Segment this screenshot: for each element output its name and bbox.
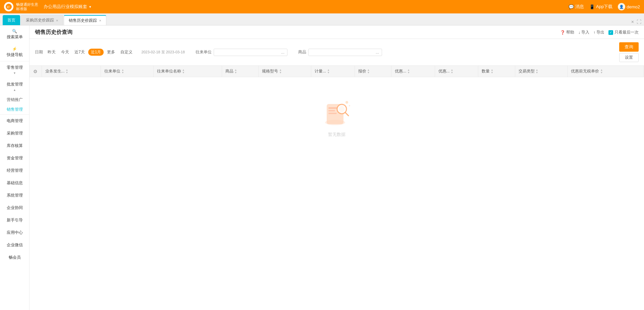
- sidebar-item-appcenter[interactable]: 应用中心: [0, 226, 29, 239]
- setting-button[interactable]: 设置: [619, 53, 639, 62]
- date-filter-label: 日期: [35, 49, 43, 55]
- main-layout: 🔍 搜索菜单 ⚡ 快捷导航 零售管理 ▾ 批发管理 ▴ 营销推广 销售管理 电商…: [0, 25, 644, 310]
- svg-point-8: [339, 106, 345, 112]
- gear-icon[interactable]: ⚙: [33, 69, 38, 74]
- table-area: ⚙ 业务发生... ▲▼ 往来单位 ▲▼: [30, 66, 644, 310]
- message-btn[interactable]: 💬 消息: [569, 4, 584, 10]
- wholesale-arrow: ▴: [14, 88, 15, 92]
- table-header: ⚙ 业务发生... ▲▼ 往来单位 ▲▼: [30, 66, 644, 77]
- app-title: 办公用品行业模拟账套: [44, 4, 87, 10]
- sidebar-item-ecommerce[interactable]: 电商管理: [0, 114, 29, 127]
- tab-purchase-close[interactable]: ×: [56, 18, 58, 22]
- sort-arrows-discount1: ▲▼: [407, 69, 410, 74]
- goods-label: 商品: [298, 49, 306, 55]
- empty-state: 暂无数据: [30, 77, 644, 158]
- sidebar-item-basic[interactable]: 基础信息: [0, 177, 29, 189]
- tab-sales-history[interactable]: 销售历史价跟踪 ×: [64, 15, 106, 25]
- tab-sales-close[interactable]: ×: [99, 18, 101, 22]
- filter-action-buttons: 查询 设置: [619, 42, 639, 62]
- maximize-btn[interactable]: ⛶: [637, 19, 641, 24]
- tab-purchase-history[interactable]: 采购历史价跟踪 ×: [21, 15, 63, 25]
- sidebar-item-enterprise[interactable]: 企业协同: [0, 202, 29, 214]
- col-biz-date[interactable]: 业务发生... ▲▼: [42, 66, 101, 77]
- sidebar-item-purchase[interactable]: 采购管理: [0, 127, 29, 140]
- sidebar-item-quicknav[interactable]: ⚡ 快捷导航: [0, 43, 29, 61]
- avatar-icon: 👤: [618, 3, 625, 10]
- sidebar-item-search[interactable]: 🔍 搜索菜单: [0, 25, 29, 43]
- sidebar-item-vip[interactable]: 畅会员: [0, 251, 29, 264]
- date-btn-1month[interactable]: 近1月: [88, 49, 104, 56]
- col-quantity[interactable]: 数量 ▲▼: [478, 66, 515, 77]
- col-spec[interactable]: 规格型号 ▲▼: [259, 66, 311, 77]
- col-unit[interactable]: 计量... ▲▼: [311, 66, 355, 77]
- query-button[interactable]: 查询: [619, 42, 639, 52]
- svg-rect-5: [328, 110, 335, 111]
- goods-filter: 商品 ...: [298, 49, 382, 56]
- page-actions: ❓ 帮助 ↓ 导入 ↑ 导出 只看最后一次: [560, 30, 639, 35]
- app-dropdown-icon[interactable]: ▾: [89, 5, 91, 9]
- filter-row: 日期 昨天 今天 近7天 近1月 更多 自定义 2023-02-18 至 202…: [35, 49, 614, 56]
- svg-rect-6: [328, 113, 337, 114]
- col-quoted-price[interactable]: 报价 ▲▼: [355, 66, 391, 77]
- goods-input[interactable]: ...: [308, 49, 382, 56]
- sidebar-item-corpwechat[interactable]: 企业微信: [0, 239, 29, 251]
- sort-arrows-pre-tax-price: ▲▼: [600, 69, 603, 74]
- sidebar-item-wholesale[interactable]: 批发管理 ▴: [0, 78, 29, 95]
- message-icon: 💬: [569, 4, 574, 9]
- date-btn-more[interactable]: 更多: [105, 49, 117, 56]
- sort-arrows-counterpart-code: ▲▼: [121, 69, 124, 74]
- sort-arrows-biz-date: ▲▼: [66, 69, 68, 74]
- sidebar-item-retail[interactable]: 零售管理 ▾: [0, 61, 29, 78]
- goods-ellipsis-btn[interactable]: ...: [376, 50, 379, 55]
- date-btn-custom[interactable]: 自定义: [118, 49, 135, 56]
- sort-arrows-trade-type: ▲▼: [536, 69, 538, 74]
- sidebar-item-sales-mgmt[interactable]: 销售管理: [0, 105, 29, 114]
- help-btn[interactable]: ❓ 帮助: [560, 30, 574, 35]
- date-btn-today[interactable]: 今天: [59, 49, 71, 56]
- tab-home[interactable]: 首页: [3, 15, 20, 25]
- empty-text: 暂无数据: [328, 132, 345, 138]
- col-counterpart-code[interactable]: 往来单位 ▲▼: [101, 66, 153, 77]
- col-discount1[interactable]: 优惠... ▲▼: [391, 66, 435, 77]
- col-trade-type[interactable]: 交易类型 ▲▼: [515, 66, 568, 77]
- tab-purchase-label: 采购历史价跟踪: [26, 17, 54, 23]
- empty-illustration: [320, 97, 354, 127]
- counterpart-label: 往来单位: [196, 49, 212, 55]
- counterpart-input[interactable]: ...: [214, 49, 287, 56]
- content-area: 销售历史价查询 ❓ 帮助 ↓ 导入 ↑ 导出 只看最后一次: [30, 25, 644, 310]
- col-gear[interactable]: ⚙: [30, 66, 42, 77]
- app-download-btn[interactable]: 📱 App下载: [589, 4, 612, 10]
- page-header: 销售历史价查询 ❓ 帮助 ↓ 导入 ↑ 导出 只看最后一次: [30, 25, 644, 39]
- sidebar-item-inventory[interactable]: 库存核算: [0, 140, 29, 152]
- only-last-checkbox[interactable]: [608, 30, 613, 35]
- export-btn[interactable]: ↑ 导出: [593, 30, 604, 35]
- tabbar-actions: × ⛶: [631, 19, 641, 25]
- date-buttons: 昨天 今天 近7天 近1月 更多 自定义: [46, 49, 135, 56]
- col-counterpart-name[interactable]: 往来单位名称 ▲▼: [153, 66, 222, 77]
- close-all-tabs-btn[interactable]: ×: [631, 19, 634, 24]
- counterpart-ellipsis-btn[interactable]: ...: [281, 50, 284, 55]
- sidebar-item-guide[interactable]: 新手引导: [0, 214, 29, 226]
- sort-arrows-quoted-price: ▲▼: [367, 69, 370, 74]
- sidebar-item-marketing[interactable]: 营销推广: [0, 95, 29, 105]
- import-btn[interactable]: ↓ 导入: [578, 30, 589, 35]
- sort-arrows-counterpart-name: ▲▼: [182, 69, 185, 74]
- brand-text: 畅捷通好生意 标准版: [16, 2, 38, 11]
- only-last-checkbox-group[interactable]: 只看最后一次: [608, 30, 639, 35]
- import-icon: ↓: [578, 30, 580, 35]
- logo-icon: 好: [4, 2, 13, 11]
- col-discount2[interactable]: 优惠... ▲▼: [435, 66, 478, 77]
- topbar-left: 好 畅捷通好生意 标准版: [4, 2, 38, 11]
- date-btn-7days[interactable]: 近7天: [72, 49, 87, 56]
- sidebar-item-finance[interactable]: 资金管理: [0, 152, 29, 164]
- date-btn-yesterday[interactable]: 昨天: [46, 49, 58, 56]
- data-table: ⚙ 业务发生... ▲▼ 往来单位 ▲▼: [30, 66, 644, 77]
- sort-arrows-goods: ▲▼: [234, 69, 237, 74]
- quicknav-icon: ⚡: [12, 47, 17, 51]
- sidebar-item-system[interactable]: 系统管理: [0, 189, 29, 202]
- col-pre-tax-price[interactable]: 优惠前无税单价 ▲▼: [568, 66, 644, 77]
- user-avatar[interactable]: 👤 demo2: [618, 3, 640, 10]
- sidebar-item-operations[interactable]: 经营管理: [0, 164, 29, 177]
- col-goods[interactable]: 商品 ▲▼: [222, 66, 259, 77]
- date-range-display: 2023-02-18 至 2023-03-18: [141, 50, 185, 55]
